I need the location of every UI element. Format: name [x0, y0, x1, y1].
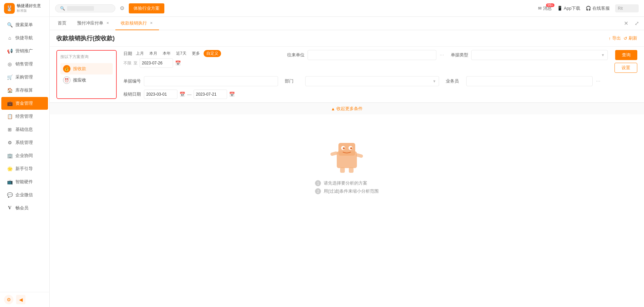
- counterpart-more-icon[interactable]: ···: [440, 52, 444, 58]
- sidebar-item-member[interactable]: V 畅会员: [1, 202, 48, 214]
- sidebar-item-business[interactable]: 📋 经营管理: [1, 110, 48, 123]
- sidebar-item-system[interactable]: ⚙ 系统管理: [1, 136, 48, 149]
- filter-actions: 查询 设置: [614, 50, 637, 73]
- sidebar-item-sales[interactable]: ◎ 销售管理: [1, 58, 48, 70]
- doc-no-filter-cell: 单据编号: [123, 76, 278, 86]
- user-avatar-area[interactable]: Rit: [615, 4, 639, 12]
- dept-select[interactable]: ▼: [305, 76, 439, 86]
- refresh-icon: ↺: [624, 36, 627, 41]
- sidebar-item-finance[interactable]: 💼 资金管理: [1, 97, 48, 110]
- svg-rect-8: [340, 167, 345, 173]
- sidebar-nav: 🔍 搜索菜单 ⌂ 快捷导航 📢 营销推广 ◎ 销售管理 🛒 采购管理 🏠 库存核…: [0, 17, 49, 292]
- sidebar-item-label: 采购管理: [15, 74, 33, 80]
- sidebar-item-wechat[interactable]: 💬 企业微信: [1, 189, 48, 201]
- home-icon: ⌂: [7, 35, 13, 41]
- tab-home[interactable]: 首页: [52, 17, 72, 30]
- tab-prepay[interactable]: 预付冲应付单 ✕: [72, 17, 115, 30]
- page-header-actions: ↑ 导出 ↺ 刷新: [609, 35, 638, 41]
- empty-tip-1: 1 请先选择要分析的方案: [315, 180, 378, 186]
- counterpart-filter-cell: 往来单位 ···: [287, 50, 444, 60]
- counterpart-label: 往来单位: [287, 52, 306, 58]
- date-option-last-month[interactable]: 上月: [134, 50, 146, 57]
- online-service-button[interactable]: 🎧 在线客服: [586, 5, 610, 11]
- tab-bar: 首页 预付冲应付单 ✕ 收款核销执行 ✕ ✕ ⤢: [50, 17, 644, 30]
- hardware-icon: 📺: [7, 179, 13, 185]
- verify-date-to-calendar-icon[interactable]: 📅: [229, 92, 235, 97]
- app-badge: 标准版: [17, 8, 41, 13]
- date-option-this-month[interactable]: 本月: [148, 50, 159, 57]
- refresh-button[interactable]: ↺ 刷新: [624, 35, 637, 41]
- date-to-input[interactable]: [140, 58, 173, 68]
- filter-option-by-receivable[interactable]: ⏰ 按应收: [60, 74, 113, 86]
- tab-fullscreen-button[interactable]: ⤢: [632, 19, 641, 28]
- industry-solution-button[interactable]: 体验行业方案: [129, 3, 164, 13]
- header-search-area: 🔍 ⚙ 体验行业方案: [55, 3, 534, 13]
- wechat-icon: 💬: [7, 192, 13, 198]
- purchase-icon: 🛒: [7, 74, 13, 80]
- app-download-button[interactable]: 📱 App下载: [557, 5, 580, 11]
- collapse-more-conditions[interactable]: ▲ 收起更多条件: [50, 103, 644, 114]
- tab-collect[interactable]: 收款核销执行 ✕: [115, 17, 159, 30]
- settings-button[interactable]: 设置: [614, 63, 637, 73]
- sidebar-item-quick-nav[interactable]: ⌂ 快捷导航: [1, 32, 48, 44]
- query-button[interactable]: 查询: [615, 50, 637, 60]
- doc-type-select[interactable]: ▼: [471, 50, 608, 60]
- tab-collect-label: 收款核销执行: [121, 20, 147, 26]
- verify-date-to-input[interactable]: [194, 90, 227, 99]
- filter-row-2: 单据编号 部门 ▼ 业务员: [123, 76, 637, 86]
- collection-option-icon: 💰: [63, 65, 70, 72]
- sidebar-settings-button[interactable]: ⚙: [4, 295, 13, 304]
- doc-no-label: 单据编号: [123, 78, 142, 84]
- verify-date-from-input[interactable]: [144, 90, 177, 99]
- date-option-this-year[interactable]: 本年: [161, 50, 172, 57]
- service-icon: 🎧: [586, 6, 591, 11]
- message-badge: 99+: [546, 3, 554, 7]
- counterpart-select[interactable]: [308, 50, 436, 60]
- export-button[interactable]: ↑ 导出: [609, 35, 621, 41]
- empty-illustration-svg: [327, 135, 367, 175]
- sidebar-item-inventory[interactable]: 🏠 库存核算: [1, 84, 48, 97]
- header-settings-button[interactable]: ⚙: [117, 4, 127, 13]
- page-inner: 收款核销执行(按收款) ↑ 导出 ↺ 刷新 按以下方案查询: [50, 30, 644, 307]
- page-title: 收款核销执行(按收款): [56, 34, 115, 42]
- sidebar-item-collab[interactable]: 🏢 企业协同: [1, 149, 48, 162]
- sidebar-item-marketing[interactable]: 📢 营销推广: [1, 45, 48, 57]
- staff-select[interactable]: [466, 76, 592, 86]
- empty-tip-2: 2 用[过滤]条件来缩小分析范围: [315, 188, 378, 194]
- main-area: 🔍 ⚙ 体验行业方案 ✉ 消息 99+ 📱 App下载 🎧 在线客服 Rit: [50, 0, 644, 307]
- verify-date-filter-cell: 核销日期 📅 — 📅: [123, 90, 280, 99]
- doc-no-input[interactable]: [144, 76, 278, 86]
- header-search-bar[interactable]: 🔍: [55, 4, 115, 12]
- sidebar-item-search[interactable]: 🔍 搜索菜单: [1, 18, 48, 31]
- page-header: 收款核销执行(按收款) ↑ 导出 ↺ 刷新: [50, 30, 644, 47]
- filter-area: 按以下方案查询 💰 按收款 ⏰ 按应收: [50, 47, 644, 103]
- sidebar-item-guide[interactable]: 🌟 新手引导: [1, 162, 48, 175]
- tab-prepay-label: 预付冲应付单: [77, 20, 103, 26]
- tip-num-2: 2: [315, 188, 321, 194]
- date-range-row: 不限 至 📅: [123, 58, 280, 68]
- svg-rect-9: [349, 167, 354, 173]
- staff-filter-cell: 业务员 ···: [446, 76, 600, 86]
- tab-close-all-button[interactable]: ✕: [621, 19, 631, 28]
- sidebar-item-label: 快捷导航: [15, 35, 33, 41]
- message-button[interactable]: ✉ 消息 99+: [538, 5, 552, 11]
- tab-collect-close[interactable]: ✕: [149, 21, 154, 25]
- marketing-icon: 📢: [7, 48, 13, 54]
- date-option-7days[interactable]: 近7天: [174, 50, 188, 57]
- sidebar-collapse-button[interactable]: ◀: [16, 295, 25, 304]
- filter-option-by-collection[interactable]: 💰 按收款: [60, 63, 113, 74]
- dept-label: 部门: [285, 78, 303, 84]
- tab-bar-actions: ✕ ⤢: [621, 19, 641, 28]
- sidebar-item-base-info[interactable]: ⊞ 基础信息: [1, 123, 48, 136]
- tab-prepay-close[interactable]: ✕: [105, 21, 110, 25]
- date-option-more[interactable]: 更多: [190, 50, 202, 57]
- header-search-icon: 🔍: [60, 6, 65, 11]
- date-option-custom[interactable]: 自定义: [204, 50, 221, 57]
- guide-icon: 🌟: [7, 166, 13, 172]
- sidebar-item-purchase[interactable]: 🛒 采购管理: [1, 71, 48, 84]
- staff-more-icon[interactable]: ···: [596, 78, 600, 84]
- verify-date-from-calendar-icon[interactable]: 📅: [179, 92, 185, 97]
- date-to-calendar-icon[interactable]: 📅: [175, 60, 181, 66]
- doc-type-label: 单据类型: [451, 52, 469, 58]
- sidebar-item-hardware[interactable]: 📺 智能硬件: [1, 175, 48, 188]
